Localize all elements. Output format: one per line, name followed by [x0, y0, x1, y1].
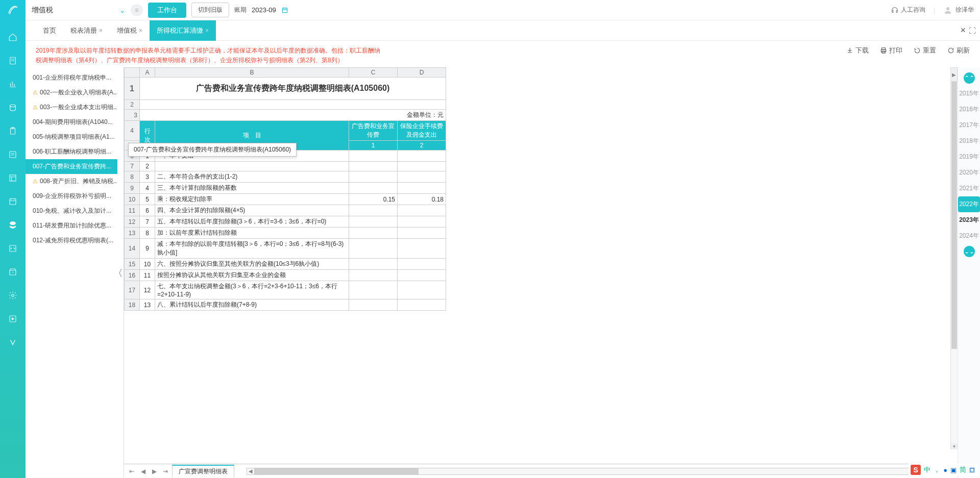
col-header[interactable]: D — [398, 68, 446, 78]
year-option[interactable]: 2024年 — [958, 228, 980, 244]
gear-icon[interactable] — [8, 290, 18, 300]
svg-rect-6 — [10, 199, 16, 205]
svg-rect-8 — [10, 270, 16, 275]
scroll-thumb[interactable] — [951, 73, 957, 349]
list-item[interactable]: 006-职工薪酬纳税调整明细... — [26, 144, 117, 159]
download-button[interactable]: 下载 — [846, 46, 869, 55]
headset-icon[interactable]: 人工咨询 — [891, 6, 925, 14]
sheet-nav-prev-icon[interactable]: ◀ — [138, 468, 148, 475]
workspace-button[interactable]: 工作台 — [148, 3, 186, 18]
collapse-handle[interactable] — [117, 67, 124, 478]
print-button[interactable]: 打印 — [880, 46, 902, 55]
ime-hint[interactable]: ⛋ — [969, 466, 976, 474]
money-icon[interactable] — [8, 103, 18, 113]
year-option[interactable]: 2017年 — [958, 117, 980, 133]
year-option[interactable]: 2015年 — [958, 86, 980, 102]
year-option[interactable]: 2022年 — [958, 196, 980, 212]
col-header[interactable]: B — [155, 68, 349, 78]
tab-incometax[interactable]: 所得税汇算清缴× — [150, 20, 216, 41]
username: 徐泽华 — [955, 6, 974, 14]
list-item[interactable]: 009-企业所得税弥补亏损明... — [26, 189, 117, 204]
tax-icon[interactable] — [8, 220, 18, 230]
warning-text: 2019年度涉及取以前年度结转数据的申报表单元格需要手工维护正确，才能保证本年及… — [36, 46, 383, 65]
calendar-picker-icon[interactable] — [281, 7, 288, 14]
old-version-button[interactable]: 切到旧版 — [191, 3, 229, 17]
archive-icon[interactable] — [8, 267, 18, 277]
close-icon[interactable]: × — [139, 27, 142, 34]
year-down-icon[interactable]: ⌄⌄ — [964, 246, 975, 257]
play-icon[interactable] — [8, 314, 18, 324]
year-rail: ⌃⌃ 2015年 2016年 2017年 2018年 2019年 2020年 2… — [958, 67, 980, 478]
tab-vat[interactable]: 增值税× — [110, 20, 150, 41]
tooltip: 007-广告费和业务宣传费跨年度纳税调整明细表(A105060) — [128, 143, 297, 157]
year-option[interactable]: 2020年 — [958, 165, 980, 181]
ime-hint[interactable]: 中 — [924, 465, 930, 474]
close-icon[interactable]: × — [205, 27, 209, 34]
list-item[interactable]: 010-免税、减计收入及加计... — [26, 204, 117, 218]
app-logo-icon — [7, 4, 19, 16]
col-header[interactable]: C — [349, 68, 398, 78]
tab-taxlist[interactable]: 税表清册× — [63, 20, 110, 41]
close-all-icon[interactable]: × — [960, 25, 966, 36]
warn-icon: ⚠ — [33, 104, 38, 111]
vertical-scrollbar[interactable]: ▲ ▼ — [950, 67, 958, 449]
ime-hint[interactable]: ● — [943, 466, 947, 474]
close-icon[interactable]: × — [99, 27, 103, 34]
warn-icon: ⚠ — [33, 178, 38, 185]
list-icon[interactable] — [8, 149, 18, 160]
tabs-bar: 首页 税表清册× 增值税× 所得税汇算清缴× × ⛶ — [26, 20, 980, 41]
col-header[interactable]: A — [140, 68, 155, 78]
sheet-tabs: ⇤ ◀ ▶ ⇥ 广宣费调整明细表 ◀ ▶ — [124, 464, 958, 478]
list-item[interactable]: ⚠002-一般企业收入明细表(A... — [26, 85, 117, 100]
v-icon[interactable] — [8, 337, 18, 347]
manual-consult-label: 人工咨询 — [901, 6, 925, 14]
tab-home[interactable]: 首页 — [36, 20, 63, 41]
calendar-icon[interactable] — [8, 196, 18, 207]
maximize-icon[interactable]: ⛶ — [969, 27, 976, 35]
scroll-left-icon[interactable]: ◀ — [247, 468, 255, 475]
list-item[interactable]: ⚠003-一般企业成本支出明细... — [26, 100, 117, 115]
ime-hint[interactable]: ▣ — [950, 466, 957, 474]
list-item[interactable]: 001-企业所得税年度纳税申... — [26, 70, 117, 85]
user-menu[interactable]: 徐泽华 — [943, 6, 974, 15]
ime-hint[interactable]: ， — [934, 465, 940, 474]
sheet-nav-last-icon[interactable]: ⇥ — [161, 468, 170, 475]
topbar: 增值税 ⌄ 工作台 切到旧版 账期 2023-09 人工咨询 | 徐泽华 — [26, 0, 980, 20]
template-icon[interactable] — [8, 173, 18, 183]
spreadsheet[interactable]: A B C D 1广告费和业务宣传费跨年度纳税调整明细表(A105060) 2 … — [124, 67, 958, 464]
sheet-nav-first-icon[interactable]: ⇤ — [127, 468, 136, 475]
transfer-icon[interactable] — [8, 243, 18, 254]
sogou-icon[interactable]: S — [911, 465, 921, 475]
horizontal-scrollbar[interactable]: ◀ ▶ — [247, 468, 954, 475]
year-up-icon[interactable]: ⌃⌃ — [964, 72, 975, 84]
list-item[interactable]: 004-期间费用明细表(A1040... — [26, 115, 117, 130]
home-icon[interactable] — [8, 32, 18, 42]
list-item[interactable]: 005-纳税调整项目明细表(A1... — [26, 130, 117, 144]
refresh-button[interactable]: 刷新 — [947, 46, 970, 55]
ime-bar: S 中 ， ● ▣ 简 ⛋ — [909, 464, 978, 476]
sheet-nav-next-icon[interactable]: ▶ — [150, 468, 159, 475]
list-item[interactable]: 012-减免所得税优惠明细表(... — [26, 233, 117, 248]
list-item[interactable]: 007-广告费和业务宣传费跨... — [26, 159, 117, 174]
clipboard-icon[interactable] — [8, 126, 18, 136]
year-option[interactable]: 2019年 — [958, 149, 980, 165]
year-option[interactable]: 2016年 — [958, 102, 980, 117]
expand-panel-icon[interactable]: ▶ — [950, 67, 958, 82]
ime-hint[interactable]: 简 — [960, 465, 966, 474]
collapse-icon[interactable] — [131, 4, 143, 16]
scroll-down-icon[interactable]: ▼ — [951, 443, 958, 449]
svg-rect-4 — [10, 152, 16, 158]
doc-icon[interactable] — [8, 56, 18, 66]
year-option[interactable]: 2018年 — [958, 133, 980, 149]
reset-button[interactable]: 重置 — [914, 46, 936, 55]
year-option[interactable]: 2023年 — [958, 212, 980, 228]
unit-label: 金额单位：元 — [140, 110, 446, 121]
list-item[interactable]: ⚠008-资产折旧、摊销及纳税... — [26, 174, 117, 189]
chart-icon[interactable] — [8, 79, 18, 89]
year-option[interactable]: 2021年 — [958, 181, 980, 196]
list-item[interactable]: 011-研发费用加计扣除优惠... — [26, 218, 117, 233]
header-c: 广告费和业务宣传费 — [349, 121, 398, 141]
scroll-thumb[interactable] — [255, 468, 419, 474]
sheet-tab[interactable]: 广宣费调整明细表 — [172, 465, 234, 477]
chevron-down-icon[interactable]: ⌄ — [119, 6, 126, 14]
